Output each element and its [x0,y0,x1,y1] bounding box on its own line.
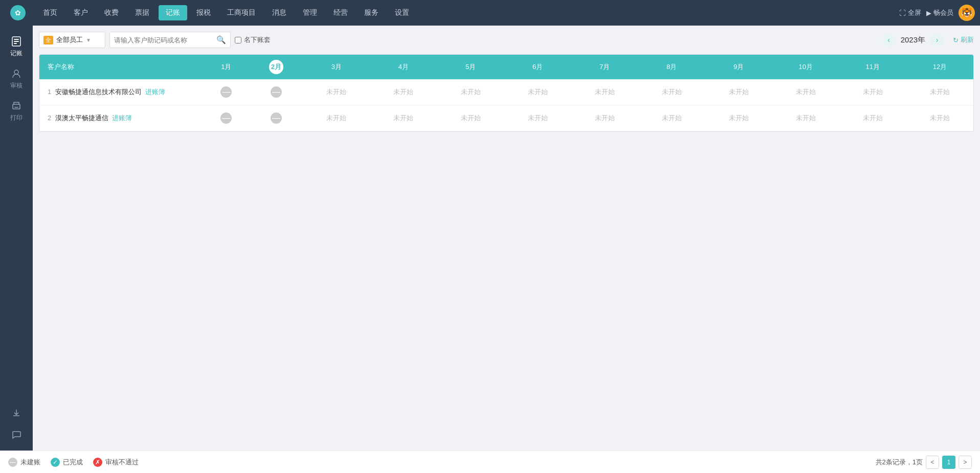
not-started-label: 未开始 [326,88,346,96]
svg-rect-4 [14,41,19,42]
my-accounts-checkbox[interactable] [235,37,241,43]
not-started-label: 未开始 [595,114,615,122]
sidebar-accounting-label: 记账 [10,49,23,58]
sidebar-print-label: 打印 [10,114,23,122]
not-started-label: 未开始 [930,114,950,122]
accounting-icon [11,36,22,47]
svg-rect-5 [14,43,17,44]
table-cell-name: 1安徽畅捷通信息技术有限公司 进账簿 [39,79,203,105]
table-cell-month-4: 未开始 [370,79,437,105]
enter-link[interactable]: 进账簿 [112,114,132,122]
th-month-8: 8月 [638,55,705,79]
legend-not-created: — 未建账 [8,458,40,467]
table: 客户名称 1月 2月 3月 4月 5月 6月 7月 8月 9月 [39,55,973,131]
svg-rect-7 [13,104,20,109]
legend-teal-icon: ✓ [51,458,60,467]
employee-label: 全部员工 [56,35,83,44]
review-icon [11,68,22,79]
search-icon: 🔍 [216,35,226,44]
table-cell-month-9: 未开始 [705,105,772,131]
table-cell-month-5: 未开始 [437,105,504,131]
legend-grey-icon: — [8,458,17,467]
top-nav-right: ⛶ 全屏 ▶ 畅会员 🐯 [899,5,975,21]
table-cell-month-7: 未开始 [571,105,638,131]
prev-page-button[interactable]: < [926,456,939,469]
nav-items: 首页 客户 收费 票据 记账 报税 工商项目 消息 管理 经营 服务 设置 [36,5,899,20]
not-started-label: 未开始 [729,114,749,122]
th-month-7: 7月 [571,55,638,79]
table-cell-month-12: 未开始 [906,79,973,105]
legend-rejected: ✗ 审核不通过 [93,458,139,467]
fullscreen-button[interactable]: ⛶ 全屏 [899,8,921,17]
nav-invoice[interactable]: 票据 [128,5,157,20]
sidebar-item-print[interactable]: 打印 [0,95,33,127]
toolbar: 全 全部员工 ▼ 🔍 名下账套 ‹ 2023年 › ↻ 刷 [39,32,974,48]
checkbox-label[interactable]: 名下账套 [235,35,271,44]
next-year-button[interactable]: › [930,33,944,47]
svg-rect-3 [14,39,19,40]
not-started-label: 未开始 [595,88,615,96]
prev-year-button[interactable]: ‹ [882,33,896,47]
nav-tax[interactable]: 报税 [189,5,218,20]
table-cell-month-1: — [203,105,250,131]
next-page-button[interactable]: > [959,456,972,469]
table-cell-month-7: 未开始 [571,79,638,105]
company-name: 安徽畅捷通信息技术有限公司 [55,88,142,96]
logo: ✿ [5,5,31,21]
not-started-label: 未开始 [528,114,548,122]
th-month-5: 5月 [437,55,504,79]
table-cell-month-1: — [203,79,250,105]
content-area: 全 全部员工 ▼ 🔍 名下账套 ‹ 2023年 › ↻ 刷 [33,26,980,451]
table-row: 2漠澳太平畅捷通信 进账簿——未开始未开始未开始未开始未开始未开始未开始未开始未… [39,105,973,131]
sidebar-item-chat[interactable] [0,424,33,445]
nav-message[interactable]: 消息 [265,5,294,20]
search-button[interactable]: 🔍 [212,35,230,44]
footer: — 未建账 ✓ 已完成 ✗ 审核不通过 共2条记录，1页 < 1 > [0,451,980,473]
legend-red-icon: ✗ [93,458,102,467]
table-cell-month-10: 未开始 [772,105,839,131]
svg-point-6 [14,70,18,74]
current-page-button[interactable]: 1 [942,456,955,469]
not-started-label: 未开始 [461,114,481,122]
not-started-label: 未开始 [393,88,413,96]
not-started-label: 未开始 [326,114,346,122]
status-not-created-icon: — [220,112,232,124]
employee-badge: 全 [43,36,53,44]
nav-customer[interactable]: 客户 [66,5,95,20]
table-cell-month-11: 未开始 [839,79,906,105]
checkbox-text: 名下账套 [244,35,271,44]
nav-business[interactable]: 工商项目 [220,5,263,20]
table-cell-month-6: 未开始 [504,79,571,105]
refresh-label: 刷新 [961,35,974,44]
th-month-1: 1月 [203,55,250,79]
th-month-11: 11月 [839,55,906,79]
nav-accounting[interactable]: 记账 [159,5,187,20]
total-records: 共2条记录，1页 [876,458,923,467]
th-month-10: 10月 [772,55,839,79]
chat-icon [11,429,22,440]
nav-settings[interactable]: 设置 [388,5,416,20]
th-month-6: 6月 [504,55,571,79]
vip-icon: ▶ [926,9,931,17]
nav-service[interactable]: 服务 [357,5,386,20]
year-display: 2023年 [901,35,925,45]
sidebar-item-accounting[interactable]: 记账 [0,31,33,63]
sidebar-item-review[interactable]: 审核 [0,63,33,95]
sidebar-item-download[interactable] [0,402,33,424]
search-input[interactable] [110,36,212,44]
nav-operation[interactable]: 经营 [326,5,355,20]
table-scroll: 客户名称 1月 2月 3月 4月 5月 6月 7月 8月 9月 [39,55,973,131]
th-month-12: 12月 [906,55,973,79]
not-started-label: 未开始 [461,88,481,96]
nav-fee[interactable]: 收费 [97,5,126,20]
employee-select[interactable]: 全 全部员工 ▼ [39,32,105,48]
vip-button[interactable]: ▶ 畅会员 [926,8,953,17]
enter-link[interactable]: 进账簿 [145,88,165,96]
nav-manage[interactable]: 管理 [296,5,324,20]
search-input-wrap: 🔍 [109,32,231,48]
main-layout: 记账 审核 打印 [0,26,980,451]
not-started-label: 未开始 [796,88,816,96]
nav-home[interactable]: 首页 [36,5,64,20]
avatar[interactable]: 🐯 [959,5,975,21]
refresh-button[interactable]: ↻ 刷新 [953,35,974,44]
